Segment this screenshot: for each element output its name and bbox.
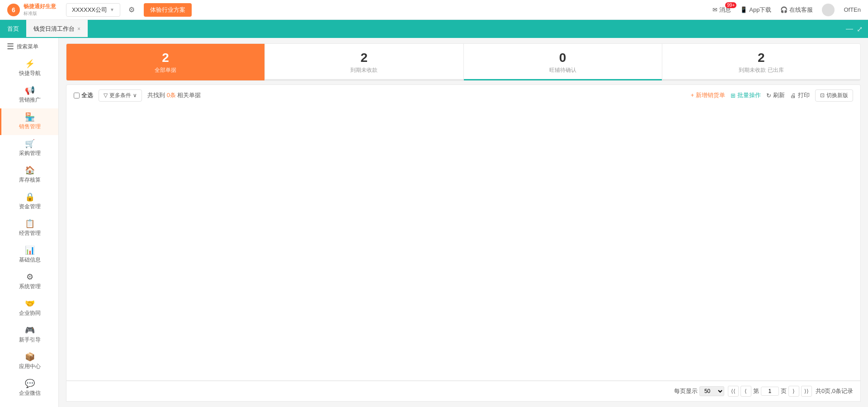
page-nav: ⟨⟨ ⟨ 第 页 ⟩ ⟩⟩ xyxy=(728,386,812,397)
stat-overdue[interactable]: 2 到期未收款 xyxy=(265,44,463,80)
toolbar-right: + 新增销货单 ⊞ 批量操作 ↻ 刷新 🖨 打印 ⊡ 切换新版 xyxy=(691,89,853,102)
toolbar: 全选 ▽ 更多条件 ∨ 共找到 0条 相关单据 + 新增销货单 ⊞ 批量操作 xyxy=(66,84,861,106)
username: OfTEn xyxy=(844,6,861,13)
online-service-btn[interactable]: 🎧 在线客服 xyxy=(780,6,813,14)
dropdown-arrow-icon: ▼ xyxy=(110,7,114,12)
tab-workbench[interactable]: 钱货日清工作台 × xyxy=(26,20,88,38)
page-size-select[interactable]: 50 100 200 xyxy=(699,386,724,396)
stat-shipped-label: 到期未收款 已出库 xyxy=(671,66,851,74)
stat-pending-number: 0 xyxy=(473,50,653,65)
page-size-selector[interactable]: 每页显示 50 100 200 xyxy=(674,386,724,396)
operations-icon: 📋 xyxy=(25,220,35,228)
switch-icon: ⊡ xyxy=(820,92,825,98)
download-icon: 📱 xyxy=(740,6,747,13)
stat-all[interactable]: 2 全部单据 xyxy=(66,44,265,80)
wechat-icon: 💬 xyxy=(25,379,35,388)
sidebar-item-marketing[interactable]: 📢 营销推广 xyxy=(0,82,58,108)
system-icon: ⚙ xyxy=(26,273,33,281)
table-area xyxy=(66,106,861,381)
stats-row: 2 全部单据 2 到期未收款 0 旺辅待确认 2 到期未收款 已出库 xyxy=(66,43,861,81)
switch-version-button[interactable]: ⊡ 切换新版 xyxy=(815,89,853,102)
tab-bar: 首页 钱货日清工作台 × — ⤢ xyxy=(0,20,868,38)
logo-area: 6 畅捷通好生意 标准版 xyxy=(7,3,66,16)
sidebar-item-operations[interactable]: 📋 经营管理 xyxy=(0,215,58,242)
stat-overdue-label: 到期未收款 xyxy=(274,66,454,74)
sidebar: ☰ 搜索菜单 ⚡ 快捷导航 📢 营销推广 🏪 销售管理 🛒 采购管理 🏠 库存核… xyxy=(0,38,59,407)
stat-pending-underline xyxy=(464,79,662,80)
batch-operation-button[interactable]: ⊞ 批量操作 xyxy=(731,91,761,99)
content-area: 2 全部单据 2 到期未收款 0 旺辅待确认 2 到期未收款 已出库 xyxy=(59,38,868,407)
finance-icon: 🔒 xyxy=(25,193,35,201)
company-selector[interactable]: XXXXXX公司 ▼ xyxy=(66,3,120,17)
sidebar-item-app-center[interactable]: 📦 应用中心 xyxy=(0,348,58,375)
total-records: 共0页,0条记录 xyxy=(816,387,853,395)
tab-maximize-icon[interactable]: ⤢ xyxy=(857,25,863,33)
message-icon: ✉ xyxy=(712,6,717,13)
prev-page-button[interactable]: ⟨ xyxy=(741,386,751,397)
sidebar-item-finance[interactable]: 🔒 资金管理 xyxy=(0,188,58,215)
enterprise-icon: 🤝 xyxy=(25,299,35,308)
first-page-button[interactable]: ⟨⟨ xyxy=(728,386,739,397)
inventory-icon: 🏠 xyxy=(25,166,35,174)
sidebar-item-quick-nav[interactable]: ⚡ 快捷导航 xyxy=(0,55,58,82)
stat-shipped-underline xyxy=(662,79,860,80)
found-count: 0条 xyxy=(167,92,176,98)
sidebar-item-member[interactable]: ▽ 畅会员 xyxy=(0,402,58,407)
marketing-icon: 📢 xyxy=(25,86,35,94)
stat-all-label: 全部单据 xyxy=(75,66,255,74)
last-page-button[interactable]: ⟩⟩ xyxy=(801,386,812,397)
tab-close-icon[interactable]: × xyxy=(77,26,80,32)
stat-all-number: 2 xyxy=(75,50,255,65)
app-center-icon: 📦 xyxy=(25,353,35,361)
found-text: 共找到 0条 相关单据 xyxy=(147,91,201,99)
next-page-button[interactable]: ⟩ xyxy=(788,386,799,397)
filter-icon: ▽ xyxy=(104,92,108,98)
sidebar-item-wechat[interactable]: 💬 企业微信 xyxy=(0,375,58,402)
refresh-button[interactable]: ↻ 刷新 xyxy=(766,91,785,99)
search-menu-icon: ☰ xyxy=(7,42,14,51)
guide-icon: 🎮 xyxy=(25,326,35,334)
purchase-icon: 🛒 xyxy=(25,140,35,148)
stat-overdue-underline xyxy=(265,79,463,80)
main-layout: ☰ 搜索菜单 ⚡ 快捷导航 📢 营销推广 🏪 销售管理 🛒 采购管理 🏠 库存核… xyxy=(0,38,868,407)
avatar[interactable] xyxy=(822,4,835,16)
sidebar-item-purchase[interactable]: 🛒 采购管理 xyxy=(0,135,58,162)
refresh-icon: ↻ xyxy=(766,92,771,99)
header-right: ✉ 消息 99+ 📱 App下载 🎧 在线客服 OfTEn xyxy=(712,4,861,16)
sidebar-item-system[interactable]: ⚙ 系统管理 xyxy=(0,268,58,295)
stat-overdue-number: 2 xyxy=(274,50,454,65)
select-all-input[interactable] xyxy=(74,93,80,98)
stat-pending[interactable]: 0 旺辅待确认 xyxy=(464,44,662,80)
quick-nav-icon: ⚡ xyxy=(25,60,35,68)
app-logo: 6 xyxy=(7,4,20,16)
trial-button[interactable]: 体验行业方案 xyxy=(144,3,192,17)
tab-home[interactable]: 首页 xyxy=(0,20,26,38)
top-header: 6 畅捷通好生意 标准版 XXXXXX公司 ▼ ⚙ 体验行业方案 ✉ 消息 99… xyxy=(0,0,868,20)
sidebar-item-search-menu[interactable]: ☰ 搜索菜单 xyxy=(0,38,58,55)
filter-button[interactable]: ▽ 更多条件 ∨ xyxy=(99,89,142,102)
app-download-btn[interactable]: 📱 App下载 xyxy=(740,6,771,14)
add-sale-order-button[interactable]: + 新增销货单 xyxy=(691,91,725,99)
message-btn[interactable]: ✉ 消息 99+ xyxy=(712,6,731,14)
stat-pending-label: 旺辅待确认 xyxy=(473,66,653,74)
logo-text: 畅捷通好生意 标准版 xyxy=(24,3,56,16)
print-icon: 🖨 xyxy=(790,92,796,99)
sidebar-item-guide[interactable]: 🎮 新手引导 xyxy=(0,322,58,348)
tab-actions: — ⤢ xyxy=(846,25,868,33)
message-badge: 99+ xyxy=(725,2,736,8)
page-input[interactable] xyxy=(761,387,779,396)
stat-shipped[interactable]: 2 到期未收款 已出库 xyxy=(662,44,860,80)
tab-minimize-icon[interactable]: — xyxy=(846,25,853,33)
service-icon: 🎧 xyxy=(780,6,788,13)
basic-info-icon: 📊 xyxy=(25,246,35,254)
settings-icon[interactable]: ⚙ xyxy=(125,3,138,17)
pagination-bar: 每页显示 50 100 200 ⟨⟨ ⟨ 第 页 ⟩ ⟩⟩ 共0页,0条记录 xyxy=(66,381,861,402)
sidebar-item-enterprise[interactable]: 🤝 企业协同 xyxy=(0,295,58,322)
sales-icon: 🏪 xyxy=(25,113,35,121)
sidebar-item-basic-info[interactable]: 📊 基础信息 xyxy=(0,242,58,268)
sidebar-item-inventory[interactable]: 🏠 库存核算 xyxy=(0,162,58,188)
stat-shipped-number: 2 xyxy=(671,50,851,65)
print-button[interactable]: 🖨 打印 xyxy=(790,91,810,99)
select-all-checkbox[interactable]: 全选 xyxy=(74,91,93,99)
sidebar-item-sales[interactable]: 🏪 销售管理 xyxy=(0,108,58,135)
